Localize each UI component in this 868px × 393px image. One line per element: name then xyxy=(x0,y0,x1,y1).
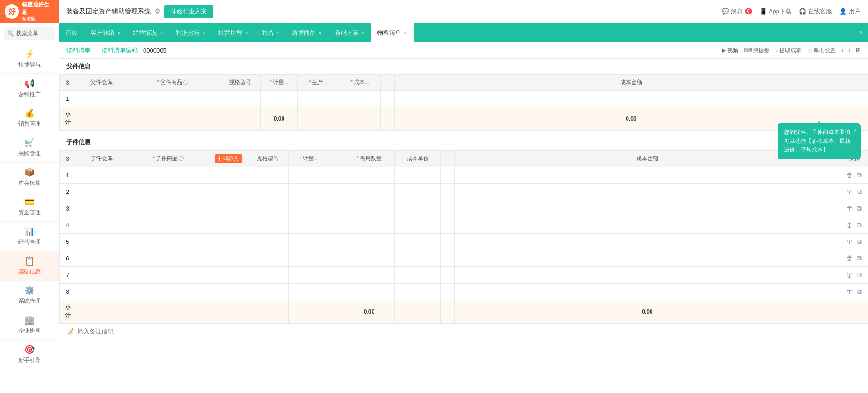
nav-prev[interactable]: ‹ xyxy=(841,47,843,54)
note-input[interactable] xyxy=(78,328,861,335)
sidebar-item-guide[interactable]: 🎯 新手引导 xyxy=(0,340,59,369)
message-item[interactable]: 💬 消息 6 xyxy=(722,7,752,16)
sidebar-item-sales[interactable]: 💰 销售管理 xyxy=(0,103,59,133)
parent-subtotal-c3 xyxy=(219,107,261,131)
delete-row-7-button[interactable]: 🗑 xyxy=(845,271,854,278)
parent-col-settings[interactable]: ⚙ xyxy=(60,75,76,91)
user-item[interactable]: 👤 用户 xyxy=(839,7,861,16)
child-sort-1 xyxy=(330,167,344,184)
tab-profit[interactable]: 利润报告 × xyxy=(169,23,212,42)
doc-settings-action[interactable]: ☰ 单据设置 xyxy=(807,47,836,54)
tab-bom-close[interactable]: × xyxy=(404,30,407,36)
delete-row-5-button[interactable]: 🗑 xyxy=(845,238,854,245)
online-service-item[interactable]: 🎧 在线客服 xyxy=(799,7,832,16)
top-bar: 装备及固定资产辅助管理系统 ⚙ 体验行业方案 💬 消息 6 📱 App下载 🎧 … xyxy=(59,0,868,23)
note-icon: 📝 xyxy=(66,328,74,335)
child-warehouse-1[interactable] xyxy=(76,167,127,184)
parent-warehouse-1[interactable] xyxy=(76,91,127,107)
top-bar-left: 装备及固定资产辅助管理系统 ⚙ 体验行业方案 xyxy=(66,5,213,18)
guide-icon: 🎯 xyxy=(24,345,35,355)
parent-col-cost: *成本... xyxy=(339,75,381,91)
copy-row-6-button[interactable]: ⧉ xyxy=(856,254,863,262)
parent-subtotal-c2 xyxy=(127,107,219,131)
copy-row-1-button[interactable]: ⧉ xyxy=(856,171,863,179)
child-section: 子件信息 ⚙ 子件仓库 *子件商品ⓘ 扫码录入 规格型号 xyxy=(59,134,868,324)
delete-row-8-button[interactable]: 🗑 xyxy=(845,288,854,295)
sidebar-item-quicknav[interactable]: ⚡ 快捷导航 xyxy=(0,44,59,74)
parent-spec-1[interactable] xyxy=(219,91,261,107)
tab-operation-close[interactable]: × xyxy=(160,30,163,36)
child-qty-1[interactable] xyxy=(344,167,395,184)
copy-row-5-button[interactable]: ⧉ xyxy=(856,238,863,245)
parent-col-cost-amount: 成本金额 xyxy=(395,75,868,91)
tab-profit-close[interactable]: × xyxy=(203,30,205,36)
child-product-1[interactable] xyxy=(127,167,210,184)
tab-new-product[interactable]: 新增商品 × xyxy=(285,23,328,42)
tab-customer[interactable]: 客户联络 × xyxy=(84,23,127,42)
sidebar-item-marketing[interactable]: 📢 营销推广 xyxy=(0,74,59,103)
parent-subtotal-c1 xyxy=(76,107,127,131)
child-unit-1[interactable] xyxy=(289,167,330,184)
extract-cost-action[interactable]: ↓ 提取成本 xyxy=(775,47,802,54)
sidebar-item-operation[interactable]: 📊 经营管理 xyxy=(0,222,59,251)
child-row-4: 4 🗑 ⧉ xyxy=(60,217,868,234)
marketing-icon: 📢 xyxy=(24,79,35,89)
system-title: 装备及固定资产辅助管理系统 xyxy=(66,7,151,16)
tab-product[interactable]: 商品 × xyxy=(255,23,285,42)
parent-cost-1[interactable] xyxy=(339,91,381,107)
sidebar-item-purchase[interactable]: 🛒 采购管理 xyxy=(0,133,59,163)
top-bar-right: 💬 消息 6 📱 App下载 🎧 在线客服 👤 用户 xyxy=(722,7,861,16)
search-menu-button[interactable]: 🔍 搜索菜单 xyxy=(4,27,55,40)
copy-row-4-button[interactable]: ⧉ xyxy=(856,221,863,229)
delete-row-2-button[interactable]: 🗑 xyxy=(845,188,854,195)
child-col-spec: 规格型号 xyxy=(247,151,289,167)
parent-unit-1[interactable] xyxy=(261,91,298,107)
parent-col-sort xyxy=(381,75,395,91)
tab-bom[interactable]: 物料清单 × xyxy=(371,23,413,42)
child-unit-cost-1[interactable] xyxy=(395,167,441,184)
parent-production-1[interactable] xyxy=(298,91,339,107)
sidebar-item-basic-info[interactable]: 📋 基础信息 xyxy=(0,251,59,281)
sidebar-search-area: 🔍 搜索菜单 xyxy=(0,23,59,44)
child-col-settings[interactable]: ⚙ xyxy=(60,151,76,167)
delete-row-6-button[interactable]: 🗑 xyxy=(845,254,854,262)
breadcrumb-bom-code[interactable]: 物料清单编码 xyxy=(102,46,138,54)
copy-row-7-button[interactable]: ⧉ xyxy=(856,271,863,278)
copy-row-3-button[interactable]: ⧉ xyxy=(856,205,863,212)
tooltip-close-button[interactable]: × xyxy=(854,126,857,135)
settings-icon[interactable]: ⚙ xyxy=(154,7,161,16)
delete-row-3-button[interactable]: 🗑 xyxy=(845,205,854,212)
child-spec-1[interactable] xyxy=(247,167,289,184)
tab-barcode[interactable]: 条码方案 × xyxy=(328,23,371,42)
grid-view-icon[interactable]: ⊞ xyxy=(856,47,861,54)
tab-operation[interactable]: 经营情况 × xyxy=(127,23,169,42)
tab-history[interactable]: 经营历程 × xyxy=(212,23,254,42)
experience-button[interactable]: 体验行业方案 xyxy=(164,5,213,18)
tab-barcode-close[interactable]: × xyxy=(362,30,364,36)
sidebar-item-inventory[interactable]: 📦 库存核算 xyxy=(0,163,59,192)
sidebar-item-finance[interactable]: 💳 资金管理 xyxy=(0,192,59,222)
scan-input-button[interactable]: 扫码录入 xyxy=(215,154,242,163)
tab-history-close[interactable]: × xyxy=(245,30,248,36)
system-icon: ⚙️ xyxy=(24,285,35,296)
tab-product-close[interactable]: × xyxy=(276,30,279,36)
sidebar-item-enterprise[interactable]: 🏢 企业协同 xyxy=(0,310,59,340)
breadcrumb-bom[interactable]: 物料清单 xyxy=(66,46,90,54)
video-action[interactable]: ▶ 视频 xyxy=(722,47,738,54)
shortcut-action[interactable]: ⌨ 快捷键 xyxy=(744,47,770,54)
delete-row-4-button[interactable]: 🗑 xyxy=(845,221,854,229)
app-download-item[interactable]: 📱 App下载 xyxy=(760,7,791,16)
tab-customer-close[interactable]: × xyxy=(117,30,120,36)
parent-col-product: *父件商品ⓘ xyxy=(127,75,219,91)
tab-new-product-close[interactable]: × xyxy=(319,30,321,36)
shortcut-icon: ⌨ xyxy=(744,47,752,54)
sidebar-item-system[interactable]: ⚙️ 系统管理 xyxy=(0,281,59,310)
parent-product-1[interactable] xyxy=(127,91,219,107)
sidebar: 好 畅捷通好生意 标准版 🔍 搜索菜单 ⚡ 快捷导航 📢 营销推广 💰 销售管理… xyxy=(0,0,59,393)
copy-row-8-button[interactable]: ⧉ xyxy=(856,288,863,295)
copy-row-2-button[interactable]: ⧉ xyxy=(856,188,863,195)
delete-row-1-button[interactable]: 🗑 xyxy=(845,171,854,179)
close-all-tabs[interactable]: × xyxy=(855,29,868,37)
tab-home[interactable]: 首页 xyxy=(59,23,84,42)
nav-next[interactable]: › xyxy=(849,47,850,54)
